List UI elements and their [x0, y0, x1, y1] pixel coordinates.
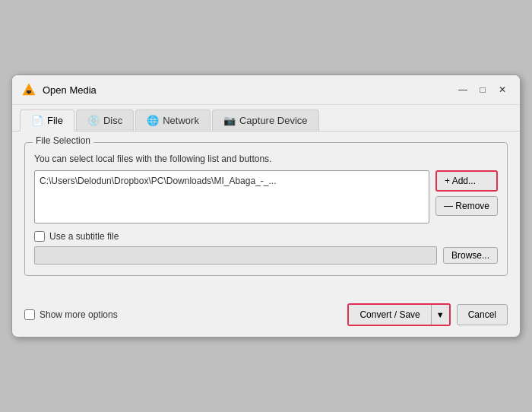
subtitle-path-input[interactable]	[34, 246, 437, 265]
subtitle-path-row: Browse...	[34, 246, 498, 265]
subtitle-row: Use a subtitle file	[34, 231, 498, 242]
tab-file[interactable]: 📄 File	[20, 109, 74, 132]
window-title: Open Media	[43, 84, 97, 96]
convert-save-wrapper: Convert / Save ▼	[347, 303, 450, 326]
svg-rect-2	[28, 93, 30, 94]
section-label: File Selection	[33, 135, 93, 146]
cancel-button[interactable]: Cancel	[457, 304, 508, 325]
bottom-area: Show more options Convert / Save ▼ Cance…	[12, 296, 520, 337]
close-button[interactable]: ✕	[494, 81, 511, 98]
convert-save-button[interactable]: Convert / Save	[349, 305, 431, 325]
subtitle-checkbox-label[interactable]: Use a subtitle file	[34, 231, 119, 242]
file-area: C:\Users\Delodun\Dropbox\PC\Downloads\MI…	[34, 170, 498, 223]
dropdown-arrow-icon: ▼	[436, 310, 445, 319]
convert-save-dropdown[interactable]: ▼	[432, 305, 449, 325]
tab-disc-label: Disc	[103, 115, 122, 126]
tab-network-label: Network	[163, 115, 199, 126]
maximize-button[interactable]: □	[474, 81, 491, 98]
tab-disc[interactable]: 💿 Disc	[76, 109, 134, 131]
tab-capture-label: Capture Device	[239, 115, 308, 126]
file-selection-section: File Selection You can select local file…	[24, 142, 508, 276]
capture-tab-icon: 📷	[223, 115, 236, 126]
bottom-buttons: Convert / Save ▼ Cancel	[347, 303, 508, 326]
file-buttons: + Add... — Remove	[435, 170, 498, 216]
show-more-text: Show more options	[40, 309, 118, 320]
svg-rect-1	[27, 90, 31, 93]
disc-tab-icon: 💿	[87, 115, 100, 126]
tab-file-label: File	[47, 115, 63, 126]
minimize-button[interactable]: —	[454, 81, 471, 98]
section-description: You can select local files with the foll…	[34, 154, 498, 164]
tab-bar: 📄 File 💿 Disc 🌐 Network 📷 Capture Device	[12, 105, 520, 132]
remove-button[interactable]: — Remove	[435, 196, 498, 216]
network-tab-icon: 🌐	[147, 115, 159, 126]
open-media-window: Open Media — □ ✕ 📄 File 💿 Disc 🌐 Network…	[11, 74, 521, 338]
tab-network[interactable]: 🌐 Network	[135, 109, 211, 131]
subtitle-label-text: Use a subtitle file	[49, 231, 119, 242]
file-tab-icon: 📄	[31, 115, 43, 126]
show-more-checkbox[interactable]	[24, 309, 35, 320]
add-button[interactable]: + Add...	[435, 170, 498, 192]
vlc-icon	[21, 82, 36, 97]
subtitle-checkbox[interactable]	[34, 231, 45, 242]
file-list-item: C:\Users\Delodun\Dropbox\PC\Downloads\MI…	[38, 174, 426, 188]
file-list-box[interactable]: C:\Users\Delodun\Dropbox\PC\Downloads\MI…	[34, 170, 429, 223]
title-bar: Open Media — □ ✕	[12, 75, 520, 105]
tab-content: File Selection You can select local file…	[12, 132, 520, 296]
title-bar-controls: — □ ✕	[454, 81, 511, 98]
browse-button[interactable]: Browse...	[443, 247, 498, 264]
title-bar-left: Open Media	[21, 82, 97, 97]
show-more-label[interactable]: Show more options	[24, 309, 118, 320]
tab-capture[interactable]: 📷 Capture Device	[212, 109, 319, 131]
